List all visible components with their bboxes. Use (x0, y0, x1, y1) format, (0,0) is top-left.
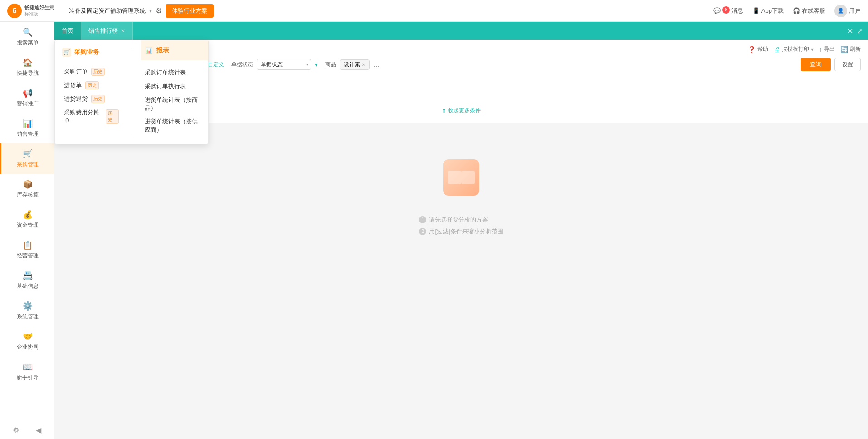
history-tag-2: 历史 (91, 95, 105, 103)
status-select-wrap: 单据状态 (257, 59, 311, 70)
goods-dots-button[interactable]: ... (373, 60, 379, 69)
top-center: 装备及固定资产辅助管理系统 ▾ ⚙ 体验行业方案 (62, 4, 713, 18)
status-filter-group: 单据状态 单据状态 ▾ (231, 59, 318, 70)
tab-maximize-icon[interactable]: ⤢ (857, 27, 863, 35)
guide-icon: 📖 (23, 362, 33, 372)
print-button[interactable]: 🖨 按模板打印 ▾ (774, 45, 814, 53)
refresh-button[interactable]: 🔄 刷新 (840, 45, 861, 53)
report-1-label: 采购订单统计表 (145, 69, 186, 77)
report-3-label: 进货单统计表（按商品） (145, 96, 200, 112)
empty-robot-illustration (443, 159, 479, 196)
top-right: 💬 6 消息 📱 App下载 🎧 在线客服 👤 用户 (713, 5, 861, 17)
history-tag-0: 历史 (91, 68, 105, 76)
report-4-label: 进货单统计表（按供应商） (145, 118, 200, 134)
report-2-label: 采购订单执行表 (145, 82, 186, 90)
sidebar-item-finance[interactable]: 💰 资金管理 (0, 204, 54, 235)
sidebar-item-inventory[interactable]: 📦 库存核算 (0, 174, 54, 204)
date-preset-custom[interactable]: 自定义 (208, 61, 224, 69)
tab-sales-rank[interactable]: 销售排行榜 ✕ (81, 22, 133, 40)
expense-label: 采购费用分摊单 (64, 109, 102, 125)
sidebar-item-guide[interactable]: 📖 新手引导 (0, 356, 54, 387)
status-dropdown-icon[interactable]: ▾ (315, 61, 318, 68)
sidebar-item-quicknav[interactable]: 🏠 快捷导航 (0, 52, 54, 83)
sidebar-label-operations: 经营管理 (17, 252, 39, 260)
history-tag-3: 历史 (106, 109, 118, 124)
sidebar-item-sales[interactable]: 📊 销售管理 (0, 113, 54, 143)
sidebar-item-system[interactable]: ⚙️ 系统管理 (0, 296, 54, 326)
export-label: 导出 (824, 45, 835, 53)
menu-item-expense[interactable]: 采购费用分摊单 历史 (62, 106, 121, 128)
tab-close-right-icon[interactable]: ✕ (847, 27, 853, 35)
app-download-item[interactable]: 📱 App下载 (752, 7, 784, 15)
export-icon: ↑ (819, 46, 822, 53)
notification-item[interactable]: 💬 6 消息 (713, 7, 743, 15)
purchase-order-label: 采购订单 (64, 68, 88, 76)
enterprise-icon: 🤝 (23, 331, 33, 341)
empty-text: 1 请先选择要分析的方案 2 用[过滤]条件来缩小分析范围 (419, 214, 503, 237)
sidebar-item-enterprise[interactable]: 🤝 企业协同 (0, 326, 54, 356)
sidebar-item-purchase[interactable]: 🛒 采购管理 (0, 143, 54, 174)
goods-filter-group: 商品 设计素 ✕ ... (325, 59, 379, 70)
menu-item-incoming[interactable]: 进货单 历史 (62, 79, 121, 92)
menu-item-report-3[interactable]: 进货单统计表（按商品） (143, 93, 201, 115)
sidebar-item-basic[interactable]: 📇 基础信息 (0, 265, 54, 296)
goods-tag: 设计素 ✕ (340, 59, 370, 70)
industry-button[interactable]: 体验行业方案 (166, 4, 214, 18)
menu-item-report-4[interactable]: 进货单统计表（按供应商） (143, 115, 201, 137)
export-button[interactable]: ↑ 导出 (819, 45, 835, 53)
logo-text: 畅捷通好生意 (24, 4, 54, 10)
toolbar-right: ❓ 帮助 🖨 按模板打印 ▾ ↑ 导出 🔄 (748, 45, 861, 53)
sidebar-item-search[interactable]: 🔍 搜索菜单 (0, 22, 54, 52)
sidebar-label-guide: 新手引导 (17, 374, 39, 381)
goods-tag-close-icon[interactable]: ✕ (362, 62, 366, 67)
top-bar: 6 畅捷通好生意 标准版 装备及固定资产辅助管理系统 ▾ ⚙ 体验行业方案 💬 … (0, 0, 868, 22)
sidebar-bottom: ⚙ ◀ (0, 421, 54, 439)
bottom-collapse-icon[interactable]: ◀ (36, 426, 41, 434)
sidebar-label-inventory: 库存核算 (17, 191, 39, 199)
sidebar-label-purchase: 采购管理 (17, 161, 39, 168)
settings-icon[interactable]: ⚙ (156, 6, 162, 15)
status-select[interactable]: 单据状态 (257, 59, 311, 70)
print-label: 按模板打印 (782, 45, 809, 53)
reports-column-title: 📊 报表 (141, 40, 209, 60)
home-icon: 🏠 (23, 58, 33, 68)
print-icon: 🖨 (774, 46, 780, 53)
bottom-settings-icon[interactable]: ⚙ (13, 426, 19, 434)
sales-icon: 📊 (23, 118, 33, 128)
operations-icon: 📋 (23, 240, 33, 250)
empty-state: 1 请先选择要分析的方案 2 用[过滤]条件来缩小分析范围 (54, 123, 868, 274)
user-item[interactable]: 👤 用户 (834, 5, 861, 17)
online-service-item[interactable]: 🎧 在线客服 (793, 7, 825, 15)
collapse-label: 收起更多条件 (448, 107, 481, 114)
empty-hint-2: 2 用[过滤]条件来缩小分析范围 (419, 226, 503, 237)
sidebar-item-operations[interactable]: 📋 经营管理 (0, 235, 54, 265)
logo-icon: 6 (7, 4, 22, 18)
menu-item-purchase-order[interactable]: 采购订单 历史 (62, 65, 121, 79)
online-service-label: 在线客服 (802, 7, 825, 15)
sidebar-item-marketing[interactable]: 📢 营销推广 (0, 83, 54, 113)
purchase-icon: 🛒 (23, 149, 33, 159)
reports-col-icon: 📊 (145, 46, 154, 55)
query-button[interactable]: 查询 (801, 58, 831, 71)
collapse-arrow-icon: ⬆ (442, 108, 446, 114)
print-dropdown-icon[interactable]: ▾ (811, 46, 814, 53)
headset-icon: 🎧 (793, 7, 800, 14)
tab-home[interactable]: 首页 (54, 22, 81, 40)
inventory-icon: 📦 (23, 179, 33, 189)
message-icon: 💬 (713, 7, 721, 14)
status-label: 单据状态 (231, 61, 253, 69)
refresh-label: 刷新 (850, 45, 861, 53)
settings-button[interactable]: 设置 (834, 58, 861, 71)
menu-item-report-2[interactable]: 采购订单执行表 (143, 79, 201, 93)
dropdown-arrow-icon[interactable]: ▾ (149, 8, 152, 14)
return-label: 进货退货 (64, 95, 88, 103)
purchase-title-text: 采购业务 (74, 48, 99, 56)
goods-tag-text: 设计素 (344, 61, 360, 69)
help-button[interactable]: ❓ 帮助 (748, 45, 768, 53)
phone-icon: 📱 (752, 7, 760, 14)
menu-item-return[interactable]: 进货退货 历史 (62, 92, 121, 106)
sidebar-label-search: 搜索菜单 (17, 39, 39, 47)
purchase-column-title: 🛒 采购业务 (62, 48, 121, 59)
tab-close-icon[interactable]: ✕ (121, 28, 125, 34)
menu-item-report-1[interactable]: 采购订单统计表 (143, 66, 201, 79)
